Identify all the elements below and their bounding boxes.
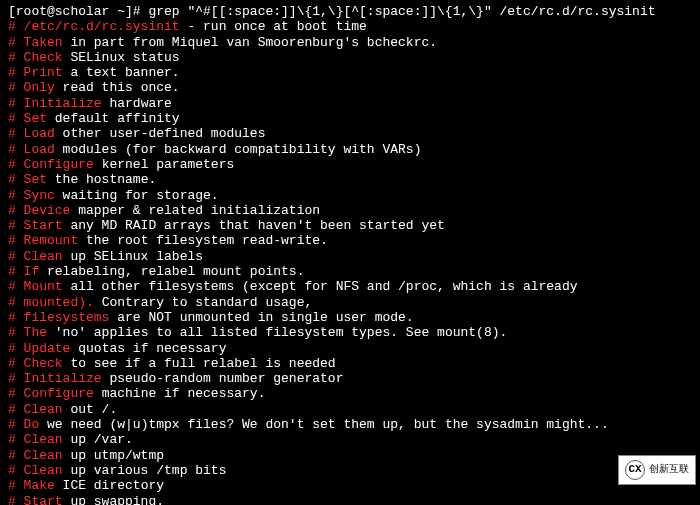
output-line: # Configure machine if necessary. (8, 386, 692, 401)
output-line: # Clean up various /tmp bits (8, 463, 692, 478)
output-line: # Clean up SELinux labels (8, 249, 692, 264)
grep-match: # Remount (8, 233, 78, 248)
grep-match: # Set (8, 111, 47, 126)
line-rest: mapper & related initialization (70, 203, 320, 218)
grep-match: # Clean (8, 402, 63, 417)
grep-match: # filesystems (8, 310, 109, 325)
line-rest: up /var. (63, 432, 133, 447)
grep-match: # Print (8, 65, 63, 80)
output-line: # Only read this once. (8, 80, 692, 95)
grep-match: # Load (8, 142, 55, 157)
grep-match: # Device (8, 203, 70, 218)
grep-match: # Start (8, 494, 63, 506)
grep-match: # Set (8, 172, 47, 187)
line-rest: a text banner. (63, 65, 180, 80)
output-line: # Taken in part from Miquel van Smoorenb… (8, 35, 692, 50)
line-rest: modules (for backward compatibility with… (55, 142, 422, 157)
line-rest: SELinux status (63, 50, 180, 65)
grep-match: # Taken (8, 35, 63, 50)
grep-match: # Update (8, 341, 70, 356)
line-rest: hardware (102, 96, 172, 111)
line-rest: up various /tmp bits (63, 463, 227, 478)
line-rest: ICE directory (55, 478, 164, 493)
output-line: # Sync waiting for storage. (8, 188, 692, 203)
grep-match: # Sync (8, 188, 55, 203)
output-line: # /etc/rc.d/rc.sysinit - run once at boo… (8, 19, 692, 34)
output-line: # Initialize pseudo-random number genera… (8, 371, 692, 386)
line-rest: kernel parameters (94, 157, 234, 172)
line-rest: out /. (63, 402, 118, 417)
grep-match: # Check (8, 356, 63, 371)
output-line: # mounted). Contrary to standard usage, (8, 295, 692, 310)
output-line: # Device mapper & related initialization (8, 203, 692, 218)
grep-match: # Clean (8, 463, 63, 478)
line-rest: other user-defined modules (55, 126, 266, 141)
grep-match: # Clean (8, 432, 63, 447)
output-line: # Mount all other filesystems (except fo… (8, 279, 692, 294)
grep-match: # Load (8, 126, 55, 141)
output-line: # Clean up /var. (8, 432, 692, 447)
line-rest: are NOT unmounted in single user mode. (109, 310, 413, 325)
line-rest: we need (w|u)tmpx files? We don't set th… (39, 417, 609, 432)
line-rest: - run once at boot time (180, 19, 367, 34)
line-rest: up utmp/wtmp (63, 448, 164, 463)
output-line: # Clean up utmp/wtmp (8, 448, 692, 463)
line-rest: to see if a full relabel is needed (63, 356, 336, 371)
output-line: # filesystems are NOT unmounted in singl… (8, 310, 692, 325)
line-rest: waiting for storage. (55, 188, 219, 203)
output-line: # Load other user-defined modules (8, 126, 692, 141)
grep-match: # Configure (8, 386, 94, 401)
line-rest: machine if necessary. (94, 386, 266, 401)
output-line: # Load modules (for backward compatibili… (8, 142, 692, 157)
line-rest: up SELinux labels (63, 249, 203, 264)
line-rest: all other filesystems (except for NFS an… (63, 279, 578, 294)
output-line: # Remount the root filesystem read-write… (8, 233, 692, 248)
grep-match: # If (8, 264, 39, 279)
output-line: # Print a text banner. (8, 65, 692, 80)
line-rest: 'no' applies to all listed filesystem ty… (47, 325, 507, 340)
watermark-text: 创新互联 (649, 462, 689, 477)
grep-match: # Clean (8, 448, 63, 463)
line-rest: quotas if necessary (70, 341, 226, 356)
line-rest: up swapping. (63, 494, 164, 506)
output-line: # Set the hostname. (8, 172, 692, 187)
output-line: # Check to see if a full relabel is need… (8, 356, 692, 371)
grep-match: # Check (8, 50, 63, 65)
terminal-output: [root@scholar ~]# grep "^#[[:space:]]\{1… (8, 4, 692, 505)
output-line: # Configure kernel parameters (8, 157, 692, 172)
line-rest: read this once. (55, 80, 180, 95)
grep-match: # Clean (8, 249, 63, 264)
line-rest: the root filesystem read-write. (78, 233, 328, 248)
grep-match: # Start (8, 218, 63, 233)
grep-match: # Make (8, 478, 55, 493)
output-line: # Clean out /. (8, 402, 692, 417)
output-line: # Check SELinux status (8, 50, 692, 65)
line-rest: relabeling, relabel mount points. (39, 264, 304, 279)
grep-match: # Mount (8, 279, 63, 294)
grep-match: # mounted). (8, 295, 94, 310)
line-rest: pseudo-random number generator (102, 371, 344, 386)
line-rest: default affinity (47, 111, 180, 126)
grep-match: # Initialize (8, 371, 102, 386)
output-line: # If relabeling, relabel mount points. (8, 264, 692, 279)
grep-match: # The (8, 325, 47, 340)
grep-match: # Configure (8, 157, 94, 172)
watermark-icon: CX (625, 460, 645, 480)
output-line: # Do we need (w|u)tmpx files? We don't s… (8, 417, 692, 432)
grep-match: # Only (8, 80, 55, 95)
grep-match: # /etc/rc.d/rc.sysinit (8, 19, 180, 34)
grep-match: # Do (8, 417, 39, 432)
watermark: CX 创新互联 (618, 455, 696, 485)
output-line: # The 'no' applies to all listed filesys… (8, 325, 692, 340)
line-rest: the hostname. (47, 172, 156, 187)
output-line: # Update quotas if necessary (8, 341, 692, 356)
grep-match: # Initialize (8, 96, 102, 111)
output-line: # Initialize hardware (8, 96, 692, 111)
output-line: # Start any MD RAID arrays that haven't … (8, 218, 692, 233)
output-line: # Start up swapping. (8, 494, 692, 506)
line-rest: in part from Miquel van Smoorenburg's bc… (63, 35, 437, 50)
command-prompt: [root@scholar ~]# grep "^#[[:space:]]\{1… (8, 4, 692, 19)
output-line: # Make ICE directory (8, 478, 692, 493)
output-line: # Set default affinity (8, 111, 692, 126)
line-rest: Contrary to standard usage, (94, 295, 312, 310)
